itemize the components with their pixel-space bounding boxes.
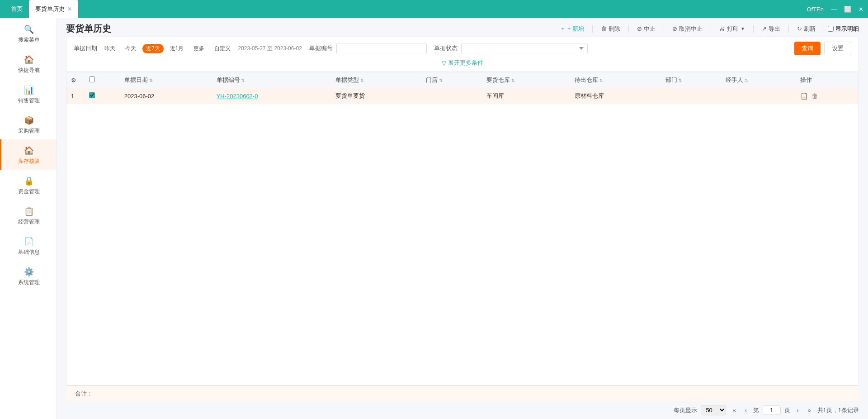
row-index: 1 <box>66 88 85 104</box>
print-icon: 🖨 <box>719 25 725 32</box>
filter-bar: 单据日期 昨天 今天 近7天 近1月 更多 自定义 2023-05-27 至 2… <box>66 37 859 72</box>
prev-page-btn[interactable]: ‹ <box>742 406 750 414</box>
doc-type-column-header[interactable]: 单据类型 <box>331 72 421 88</box>
brand-logo: OfTEn <box>807 6 824 13</box>
date-tab-yesterday[interactable]: 昨天 <box>101 44 119 53</box>
sidebar-item-quick-nav[interactable]: 🏠 快捷导航 <box>0 48 57 79</box>
stop-button[interactable]: ⊘ 中止 <box>632 23 660 35</box>
sidebar-item-basic-info[interactable]: 📄 基础信息 <box>0 230 57 261</box>
toolbar-divider6 <box>788 25 789 33</box>
date-range-display: 2023-05-27 至 2023-06-02 <box>238 45 302 52</box>
store-column-header[interactable]: 门店 <box>421 72 482 88</box>
tab-home[interactable]: 首页 <box>5 0 29 18</box>
basic-info-icon: 📄 <box>24 237 34 247</box>
last-page-btn[interactable]: » <box>805 406 813 414</box>
doc-no-link[interactable]: YH-20230602-0 <box>217 93 258 100</box>
filter-buttons: 查询 设置 <box>794 42 851 55</box>
display-cell-checkbox[interactable] <box>828 26 834 32</box>
purchase-icon: 📦 <box>24 115 34 125</box>
sidebar-item-system-mgmt[interactable]: ⚙️ 系统管理 <box>0 261 57 291</box>
print-dropdown-icon: ▼ <box>741 26 745 31</box>
toolbar-divider7 <box>824 25 824 33</box>
sidebar-item-purchase-mgmt[interactable]: 📦 采购管理 <box>0 109 57 139</box>
table-row: 1 2023-06-02 YH-20230602-0 要货单要货 车间库 原材料… <box>66 88 859 104</box>
query-button[interactable]: 查询 <box>794 42 821 55</box>
close-tab-icon[interactable]: ✕ <box>67 6 72 12</box>
doc-no-input[interactable] <box>336 43 427 54</box>
settings-button[interactable]: 设置 <box>824 42 851 55</box>
row-checkbox[interactable] <box>89 92 95 98</box>
expand-label: 展开更多条件 <box>448 59 483 67</box>
row-handler <box>721 88 795 104</box>
date-tab-today[interactable]: 今天 <box>122 44 140 53</box>
date-tab-last7days[interactable]: 近7天 <box>142 44 164 53</box>
status-select[interactable] <box>461 43 588 54</box>
next-page-btn[interactable]: › <box>794 406 801 414</box>
row-delete-btn[interactable]: 🗑 <box>811 92 818 100</box>
row-action-buttons: 📋 🗑 <box>800 92 854 100</box>
toolbar: + + 新增 🗑 删除 ⊘ 中止 ⊘ 取消中止 <box>557 23 859 35</box>
toolbar-divider3 <box>664 25 664 33</box>
doc-no-label: 单据编号 <box>309 44 333 52</box>
status-filter-group: 单据状态 <box>434 43 588 54</box>
refresh-icon: ↻ <box>797 25 802 32</box>
doc-no-column-header[interactable]: 单据编号 <box>212 72 331 88</box>
date-tab-custom[interactable]: 自定义 <box>211 44 234 53</box>
finance-icon: 🔒 <box>24 176 34 186</box>
system-icon: ⚙️ <box>24 267 34 277</box>
per-page-select[interactable]: 10 20 50 100 <box>701 405 726 415</box>
current-page-input[interactable]: 1 <box>763 405 781 415</box>
delete-button[interactable]: 🗑 删除 <box>596 23 625 35</box>
req-warehouse-column-header[interactable]: 要货仓库 <box>482 72 570 88</box>
toolbar-divider2 <box>628 25 629 33</box>
quick-nav-icon: 🏠 <box>24 55 34 65</box>
handler-column-header[interactable]: 经手人 <box>721 72 795 88</box>
operations-icon: 📋 <box>24 206 34 216</box>
department-column-header[interactable]: 部门 <box>661 72 722 88</box>
sidebar: 🔍 搜索菜单 🏠 快捷导航 📊 销售管理 📦 采购管理 🏠 库存核算 🔒 资金管… <box>0 18 57 419</box>
select-all-checkbox[interactable] <box>89 76 95 82</box>
data-table-container: ⚙ 单据日期 单据编号 单据类型 门店 要货仓库 待出仓库 部门 经手人 操作 <box>66 72 859 386</box>
sidebar-item-label: 系统管理 <box>18 279 40 286</box>
gear-column-header[interactable]: ⚙ <box>66 72 85 88</box>
sidebar-item-operations[interactable]: 📋 经营管理 <box>0 200 57 230</box>
toolbar-divider4 <box>711 25 711 33</box>
sidebar-item-search-menu[interactable]: 🔍 搜索菜单 <box>0 18 57 48</box>
pending-warehouse-column-header[interactable]: 待出仓库 <box>570 72 660 88</box>
maximize-btn[interactable]: ⬜ <box>844 6 851 13</box>
row-department <box>661 88 722 104</box>
sidebar-item-sales-mgmt[interactable]: 📊 销售管理 <box>0 79 57 109</box>
date-tab-last1month[interactable]: 近1月 <box>166 44 188 53</box>
sidebar-item-label: 搜索菜单 <box>18 36 40 44</box>
doc-date-column-header[interactable]: 单据日期 <box>120 72 212 88</box>
date-filter-group: 单据日期 昨天 今天 近7天 近1月 更多 自定义 2023-05-27 至 2… <box>74 44 302 53</box>
checkbox-column-header <box>85 72 120 88</box>
refresh-button[interactable]: ↻ 刷新 <box>793 23 820 35</box>
row-doc-date: 2023-06-02 <box>120 88 212 104</box>
tab-requisition-history[interactable]: 要货单历史 ✕ <box>29 0 78 18</box>
cancel-stop-icon: ⊘ <box>672 25 677 32</box>
cancel-stop-button[interactable]: ⊘ 取消中止 <box>668 23 707 35</box>
row-edit-btn[interactable]: 📋 <box>800 92 808 100</box>
minimize-btn[interactable]: — <box>831 6 837 13</box>
sidebar-item-inventory[interactable]: 🏠 库存核算 <box>0 139 57 170</box>
first-page-btn[interactable]: « <box>730 406 738 414</box>
date-tab-more[interactable]: 更多 <box>190 44 208 53</box>
close-window-btn[interactable]: ✕ <box>859 6 863 13</box>
export-button[interactable]: ↗ 导出 <box>757 23 785 35</box>
date-tabs: 昨天 今天 近7天 近1月 更多 自定义 <box>101 44 234 53</box>
new-button[interactable]: + + 新增 <box>557 23 589 35</box>
row-req-warehouse: 车间库 <box>482 88 570 104</box>
tab-label: 要货单历史 <box>35 5 65 13</box>
toolbar-divider5 <box>753 25 754 33</box>
filter-row: 单据日期 昨天 今天 近7天 近1月 更多 自定义 2023-05-27 至 2… <box>74 42 851 55</box>
page-suffix-label: 页 <box>784 406 790 414</box>
content-area: 要货单历史 + + 新增 🗑 删除 ⊘ 中止 ⊘ <box>57 18 868 419</box>
sidebar-item-finance[interactable]: 🔒 资金管理 <box>0 170 57 200</box>
export-icon: ↗ <box>762 25 767 32</box>
main-layout: 🔍 搜索菜单 🏠 快捷导航 📊 销售管理 📦 采购管理 🏠 库存核算 🔒 资金管… <box>0 18 868 419</box>
display-cell-container: 显示明细 <box>828 25 859 33</box>
date-filter-label: 单据日期 <box>74 44 97 52</box>
print-button[interactable]: 🖨 打印 ▼ <box>715 23 750 35</box>
expand-more-btn[interactable]: ▽ 展开更多条件 <box>74 59 851 67</box>
